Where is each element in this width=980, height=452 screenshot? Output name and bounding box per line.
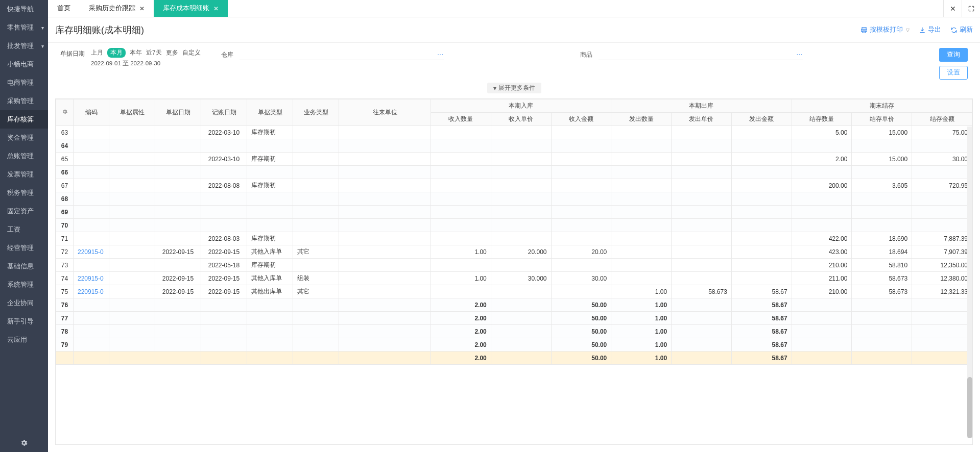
fullscreen-icon[interactable] — [962, 0, 980, 17]
table-row: 782.0050.001.0058.67 — [56, 325, 972, 338]
sidebar-item-3[interactable]: 小畅电商 — [0, 55, 48, 73]
sidebar-item-label: 发票管理 — [7, 170, 34, 179]
close-icon[interactable]: ✕ — [139, 5, 145, 12]
th-doc-date: 单据日期 — [155, 99, 201, 126]
sidebar-item-18[interactable]: 云应用 — [0, 331, 48, 349]
sidebar-item-label: 经营管理 — [7, 244, 34, 253]
th-out-qty: 发出数量 — [611, 113, 672, 126]
warehouse-label: 仓库 — [221, 49, 233, 59]
sidebar-item-1[interactable]: 零售管理▾ — [0, 18, 48, 37]
th-out-group: 本期出库 — [611, 99, 792, 113]
data-table: 编码 单据属性 单据日期 记账日期 单据类型 业务类型 往来单位 本期入库 本期… — [56, 99, 972, 365]
settings-filter-button[interactable]: 设置 — [939, 66, 968, 80]
sidebar-item-label: 零售管理 — [7, 23, 34, 32]
sidebar-item-11[interactable]: 固定资产 — [0, 202, 48, 220]
gear-icon[interactable] — [56, 99, 74, 126]
vertical-scrollbar-thumb[interactable] — [967, 377, 972, 438]
date-opt-3[interactable]: 近7天 — [146, 48, 162, 57]
date-opt-0[interactable]: 上月 — [91, 48, 103, 57]
tab-0[interactable]: 首页 — [48, 0, 80, 17]
sidebar-item-14[interactable]: 基础信息 — [0, 257, 48, 275]
tab-2[interactable]: 库存成本明细账✕ — [154, 0, 228, 17]
sidebar-item-10[interactable]: 税务管理 — [0, 184, 48, 202]
sidebar-item-label: 总账管理 — [7, 152, 34, 161]
sidebar: 快捷导航零售管理▾批发管理▾小畅电商电商管理采购管理库存核算资金管理总账管理发票… — [0, 0, 48, 452]
sidebar-item-12[interactable]: 工资 — [0, 220, 48, 239]
date-opt-1[interactable]: 本月 — [107, 48, 126, 58]
table-row: 64 — [56, 139, 972, 153]
sidebar-item-16[interactable]: 企业协同 — [0, 294, 48, 312]
table-row: 69 — [56, 206, 972, 219]
warehouse-input[interactable] — [240, 51, 438, 58]
th-doc-type: 单据类型 — [247, 99, 293, 126]
sidebar-item-15[interactable]: 系统管理 — [0, 275, 48, 294]
expand-filters[interactable]: ▾ 展开更多条件 — [487, 83, 541, 93]
date-opt-4[interactable]: 更多 — [166, 48, 178, 57]
table-row: 75220915-02022-09-152022-09-15其他出库单其它1.0… — [56, 285, 972, 298]
table-scroll[interactable]: 编码 单据属性 单据日期 记账日期 单据类型 业务类型 往来单位 本期入库 本期… — [55, 98, 973, 445]
sidebar-item-label: 企业协同 — [7, 299, 34, 308]
table-row: 68 — [56, 192, 972, 206]
product-more[interactable]: ··· — [797, 51, 803, 57]
sidebar-item-label: 采购管理 — [7, 97, 34, 106]
th-in-group: 本期入库 — [431, 99, 611, 113]
sidebar-item-label: 资金管理 — [7, 134, 34, 142]
close-all-tabs[interactable]: ✕ — [943, 0, 962, 17]
th-in-price: 收入单价 — [491, 113, 551, 126]
tab-1[interactable]: 采购历史价跟踪✕ — [80, 0, 154, 17]
chevron-down-icon: ▽ — [906, 28, 910, 33]
sidebar-item-4[interactable]: 电商管理 — [0, 73, 48, 92]
warehouse-more[interactable]: ··· — [438, 51, 444, 57]
sidebar-item-label: 系统管理 — [7, 281, 34, 289]
sidebar-item-6[interactable]: 库存核算 — [0, 110, 48, 129]
table-row: 762.0050.001.0058.67 — [56, 298, 972, 312]
th-biz-type: 业务类型 — [293, 99, 339, 126]
table-row: 772.0050.001.0058.67 — [56, 312, 972, 325]
sidebar-item-0[interactable]: 快捷导航 — [0, 0, 48, 18]
sidebar-item-5[interactable]: 采购管理 — [0, 92, 48, 110]
sidebar-item-label: 新手引导 — [7, 317, 34, 326]
table-row: 632022-03-10库存期初5.0015.00075.00 — [56, 126, 972, 139]
th-attr: 单据属性 — [109, 99, 155, 126]
product-label: 商品 — [580, 49, 592, 59]
th-end-amt: 结存金额 — [912, 113, 972, 126]
sidebar-item-label: 云应用 — [7, 336, 27, 344]
sidebar-item-label: 税务管理 — [7, 189, 34, 197]
refresh-button[interactable]: 刷新 — [950, 26, 973, 34]
print-button[interactable]: 按模板打印 ▽ — [861, 26, 910, 34]
date-opt-5[interactable]: 自定义 — [182, 48, 201, 57]
query-button[interactable]: 查询 — [939, 48, 968, 62]
titlebar: 库存明细账(成本明细) 按模板打印 ▽ 导出 刷新 — [48, 17, 980, 43]
th-book-date: 记账日期 — [201, 99, 247, 126]
th-out-price: 发出单价 — [672, 113, 732, 126]
table-row: 712022-08-03库存期初422.0018.6907,887.39 — [56, 232, 972, 245]
th-code: 编码 — [74, 99, 109, 126]
chevron-down-icon: ▾ — [41, 25, 44, 31]
sidebar-item-8[interactable]: 总账管理 — [0, 147, 48, 165]
settings-icon[interactable] — [0, 434, 48, 452]
date-opt-2[interactable]: 本年 — [130, 48, 142, 57]
sidebar-item-7[interactable]: 资金管理 — [0, 129, 48, 147]
sidebar-item-label: 基础信息 — [7, 262, 34, 271]
sidebar-item-13[interactable]: 经营管理 — [0, 239, 48, 257]
sidebar-item-label: 批发管理 — [7, 42, 34, 51]
sidebar-item-label: 库存核算 — [7, 115, 34, 124]
th-end-qty: 结存数量 — [792, 113, 852, 126]
close-icon[interactable]: ✕ — [213, 5, 219, 12]
table-row: 2.0050.001.0058.67 — [56, 351, 972, 365]
sidebar-item-label: 电商管理 — [7, 79, 34, 87]
th-end-group: 期末结存 — [792, 99, 972, 113]
main: 首页采购历史价跟踪✕库存成本明细账✕ ✕ 库存明细账(成本明细) 按模板打印 ▽… — [48, 0, 980, 452]
tab-label: 采购历史价跟踪 — [89, 4, 135, 13]
chevron-down-icon: ▾ — [41, 43, 44, 49]
sidebar-item-2[interactable]: 批发管理▾ — [0, 37, 48, 55]
sidebar-item-17[interactable]: 新手引导 — [0, 312, 48, 331]
date-range: 2022-09-01 至 2022-09-30 — [91, 60, 201, 67]
th-out-amt: 发出金额 — [731, 113, 792, 126]
table-row: 66 — [56, 166, 972, 179]
sidebar-item-label: 小畅电商 — [7, 60, 34, 69]
sidebar-item-9[interactable]: 发票管理 — [0, 165, 48, 184]
export-button[interactable]: 导出 — [919, 26, 941, 34]
table-row: 74220915-02022-09-152022-09-15其他入库单组装1.0… — [56, 272, 972, 285]
product-input[interactable] — [599, 51, 797, 58]
